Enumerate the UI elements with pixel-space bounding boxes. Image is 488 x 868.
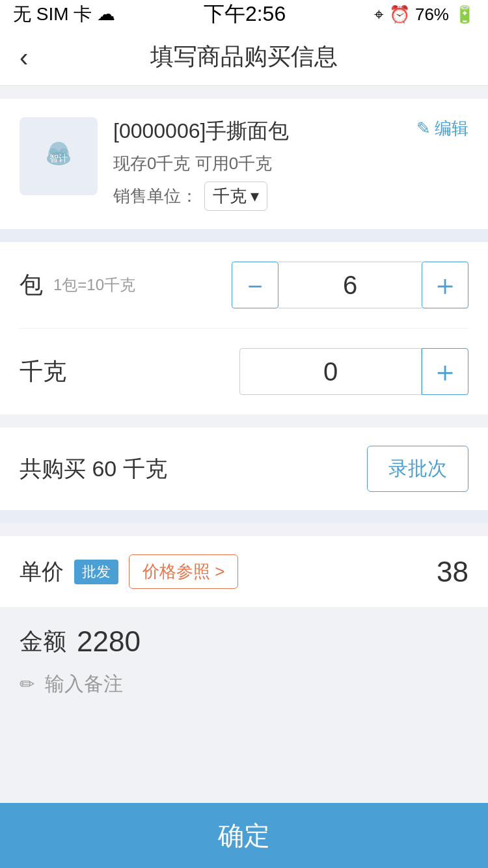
status-right: ⌖ ⏰ 76% 🔋: [374, 5, 475, 25]
status-left: 无 SIM 卡 ☁: [13, 2, 115, 27]
kg-row: 千克 ＋: [20, 329, 468, 414]
nav-bar: ‹ 填写商品购买信息: [0, 29, 488, 86]
pencil-icon: ✏: [20, 673, 34, 695]
package-hint: 1包=10千克: [53, 275, 135, 295]
sim-status: 无 SIM 卡 ☁: [13, 2, 115, 27]
section-divider-2: [0, 510, 488, 523]
amount-label: 金额: [20, 626, 66, 658]
package-controls: － ＋: [232, 262, 468, 308]
package-label: 包 1包=10千克: [20, 269, 135, 301]
input-section: 包 1包=10千克 － ＋ 千克 ＋: [0, 242, 488, 414]
amount-section: 金额 2280 ✏ 输入备注: [0, 607, 488, 711]
location-icon: ⌖: [374, 5, 384, 25]
svg-text:智计: 智计: [49, 153, 68, 163]
page-title: 填写商品购买信息: [150, 41, 338, 73]
alarm-icon: ⏰: [389, 5, 410, 25]
battery-icon: 🔋: [454, 5, 475, 25]
price-section: 单价 批发 价格参照 > 38: [0, 536, 488, 607]
edit-button[interactable]: ✎ 编辑: [416, 117, 468, 140]
package-row: 包 1包=10千克 － ＋: [20, 242, 468, 329]
package-minus-button[interactable]: －: [232, 262, 278, 308]
amount-row: 金额 2280: [20, 625, 468, 658]
confirm-button[interactable]: 确定: [0, 803, 488, 868]
package-input[interactable]: [278, 262, 422, 308]
batch-button[interactable]: 录批次: [367, 446, 468, 492]
price-label: 单价: [20, 557, 64, 587]
price-value: 38: [437, 556, 468, 588]
product-stock: 现存0千克 可用0千克: [113, 152, 401, 175]
summary-section: 共购买 60 千克 录批次: [0, 427, 488, 510]
kg-label: 千克: [20, 356, 66, 388]
back-button[interactable]: ‹: [20, 44, 28, 70]
price-ref-button[interactable]: 价格参照 >: [129, 554, 238, 589]
status-time: 下午2:56: [204, 0, 286, 29]
note-placeholder: 输入备注: [45, 671, 123, 698]
kg-plus-button[interactable]: ＋: [422, 348, 468, 395]
package-plus-button[interactable]: ＋: [422, 262, 468, 308]
price-tag: 批发: [74, 560, 118, 584]
battery-level: 76%: [415, 5, 449, 25]
section-divider-1: [0, 229, 488, 242]
summary-text: 共购买 60 千克: [20, 454, 167, 484]
product-name: [0000006]手撕面包: [113, 117, 401, 146]
edit-icon: ✎: [416, 118, 431, 139]
kg-input[interactable]: [239, 348, 422, 395]
product-info: [0000006]手撕面包 现存0千克 可用0千克 销售单位： 千克 ▾: [113, 117, 401, 211]
chevron-down-icon: ▾: [251, 186, 259, 206]
product-card: 智计 [0000006]手撕面包 现存0千克 可用0千克 销售单位： 千克 ▾ …: [0, 99, 488, 229]
note-row[interactable]: ✏ 输入备注: [20, 671, 468, 698]
unit-selector[interactable]: 千克 ▾: [204, 182, 267, 211]
kg-controls: ＋: [239, 348, 468, 395]
price-left: 单价 批发 价格参照 >: [20, 554, 238, 589]
status-bar: 无 SIM 卡 ☁ 下午2:56 ⌖ ⏰ 76% 🔋: [0, 0, 488, 29]
product-unit: 销售单位： 千克 ▾: [113, 182, 401, 211]
amount-value: 2280: [77, 625, 141, 658]
price-row: 单价 批发 价格参照 > 38: [20, 554, 468, 589]
product-image: 智计: [20, 117, 98, 195]
